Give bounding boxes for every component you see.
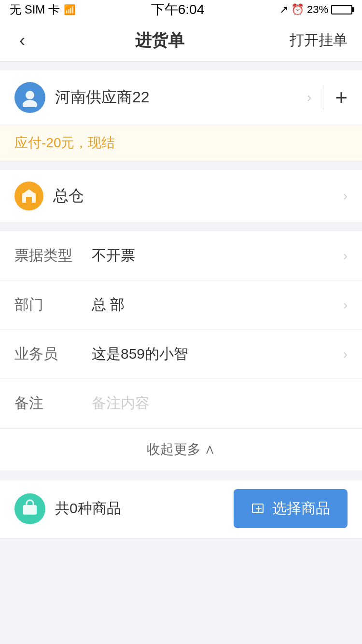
dept-value: 总 部 [92, 295, 343, 315]
product-count: 共0种商品 [55, 499, 234, 518]
status-indicators: ↗ ⏰ 23% [279, 3, 352, 16]
alarm-icon: ⏰ [291, 3, 304, 16]
battery-icon [331, 5, 352, 14]
warehouse-icon [14, 182, 43, 210]
dept-label: 部门 [14, 295, 92, 315]
dept-chevron-icon: › [343, 297, 348, 313]
vertical-divider [323, 85, 323, 110]
warehouse-section: 总仓 › [0, 170, 362, 223]
supplier-row[interactable]: 河南供应商22 › + [0, 70, 362, 125]
carrier-text: 无 SIM 卡 [10, 2, 60, 17]
warehouse-chevron-icon: › [343, 188, 348, 204]
location-icon: ↗ [279, 3, 288, 16]
sales-row[interactable]: 业务员 这是859的小智 › [0, 330, 362, 379]
select-product-button[interactable]: 选择商品 [234, 489, 348, 528]
section-divider-1 [0, 62, 362, 70]
open-pending-button[interactable]: 打开挂单 [290, 30, 348, 50]
select-product-label: 选择商品 [272, 499, 330, 518]
supplier-chevron-icon: › [307, 90, 311, 105]
form-section: 票据类型 不开票 › 部门 总 部 › 业务员 这是859的小智 › 备注 备注… [0, 231, 362, 470]
status-carrier: 无 SIM 卡 📶 [10, 2, 76, 17]
page-title: 进货单 [135, 29, 184, 52]
svg-point-0 [26, 91, 34, 99]
section-divider-3 [0, 223, 362, 231]
invoice-type-row[interactable]: 票据类型 不开票 › [0, 231, 362, 280]
supplier-avatar [14, 82, 45, 113]
svg-point-1 [23, 100, 37, 107]
invoice-chevron-icon: › [343, 248, 348, 264]
dept-row[interactable]: 部门 总 部 › [0, 280, 362, 330]
status-time: 下午6:04 [151, 0, 205, 19]
warehouse-row[interactable]: 总仓 › [0, 170, 362, 223]
battery-text: 23% [307, 3, 328, 16]
invoice-label: 票据类型 [14, 246, 92, 266]
product-icon [14, 493, 45, 524]
add-supplier-button[interactable]: + [335, 87, 348, 108]
invoice-value: 不开票 [92, 246, 343, 266]
collapse-row[interactable]: 收起更多 ∧ [0, 428, 362, 470]
section-divider-2 [0, 161, 362, 170]
collapse-label: 收起更多 ∧ [147, 440, 216, 459]
remark-row[interactable]: 备注 备注内容 [0, 379, 362, 428]
warehouse-name: 总仓 [53, 185, 343, 207]
supplier-name: 河南供应商22 [55, 87, 307, 108]
remark-input[interactable]: 备注内容 [92, 393, 348, 413]
status-bar: 无 SIM 卡 📶 下午6:04 ↗ ⏰ 23% [0, 0, 362, 19]
sales-chevron-icon: › [343, 347, 348, 362]
sales-label: 业务员 [14, 344, 92, 364]
svg-rect-3 [23, 505, 37, 515]
supplier-section: 河南供应商22 › + 应付-20元，现结 [0, 70, 362, 161]
sales-value: 这是859的小智 [92, 344, 343, 364]
back-button[interactable]: ‹ [14, 26, 30, 56]
select-product-icon [251, 501, 266, 517]
notice-banner: 应付-20元，现结 [0, 125, 362, 161]
nav-bar: ‹ 进货单 打开挂单 [0, 19, 362, 62]
remark-label: 备注 [14, 393, 92, 413]
wifi-icon: 📶 [64, 4, 76, 15]
bottom-bar: 共0种商品 选择商品 [0, 479, 362, 538]
svg-rect-2 [26, 197, 32, 203]
